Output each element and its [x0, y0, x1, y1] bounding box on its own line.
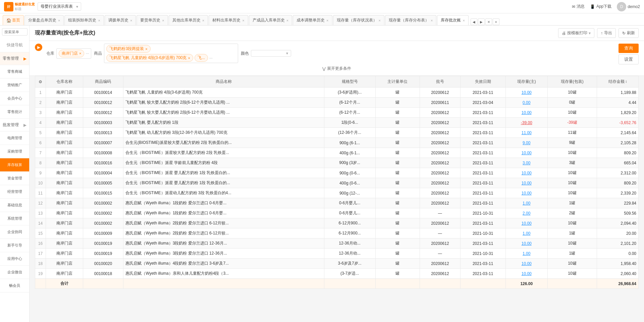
product-ellipsis[interactable]: ··· — [209, 56, 213, 60]
tab-qitachuku[interactable]: 其他出库单历史 × — [169, 15, 208, 25]
warehouse-input[interactable]: 南岸门店 × ··· — [56, 48, 91, 59]
user-area[interactable]: D demo2 — [617, 2, 640, 11]
sidebar-item-collab[interactable]: 企业协同 — [0, 225, 29, 239]
settings-icon[interactable]: ⚙ — [39, 79, 42, 84]
cell-stock-main[interactable]: 10.00 — [505, 269, 547, 279]
tab-menu-btn[interactable]: ≡ — [493, 18, 499, 25]
message-btn[interactable]: ✉ 消息 — [572, 4, 585, 9]
expand-more-btn[interactable]: ⋁ 展开更多条件 — [322, 66, 351, 71]
cell-stock-main[interactable]: -39.00 — [505, 118, 547, 128]
cell-stock-main[interactable]: 10.00 — [505, 88, 547, 98]
sidebar-item-purchase[interactable]: 采购管理 — [0, 145, 29, 158]
cell-stock-main[interactable]: 0.00 — [505, 98, 547, 108]
cell-stock-main[interactable]: 2.00 — [505, 208, 547, 218]
cell-stock-main[interactable]: 10.00 — [505, 238, 547, 249]
cell-stock-main[interactable]: 1.00 — [505, 228, 547, 238]
close-tab-diaopai[interactable]: × — [130, 18, 132, 22]
cell-batch: 20200612 — [420, 148, 460, 158]
cell-stock-main[interactable]: 10.00 — [505, 218, 547, 228]
sidebar-item-operations[interactable]: 经营管理 — [0, 185, 29, 199]
cell-stock-main[interactable]: 10.00 — [505, 188, 547, 198]
sidebar-item-wholesale[interactable]: 批发管理▶ — [0, 119, 29, 131]
app-download-btn[interactable]: 📱 App下载 — [590, 4, 611, 9]
sidebar-item-retail-stats[interactable]: 零售统计 — [0, 105, 29, 119]
color-input[interactable]: ▾ — [251, 50, 291, 57]
tab-prev-btn[interactable]: ◀ — [471, 18, 477, 25]
sidebar-item-inventory[interactable]: 库存核算 — [0, 158, 29, 172]
tab-cailiao[interactable]: 材料出库单历史 × — [209, 15, 248, 25]
sidebar-item-system[interactable]: 系统管理 — [0, 212, 29, 225]
warehouse-ellipsis[interactable]: ··· — [86, 51, 89, 56]
tab-chancheng[interactable]: 产成品入库单历史 × — [249, 15, 292, 25]
cell-stock-main[interactable]: 1.00 — [505, 198, 547, 208]
cell-stock-main[interactable]: 10.00 — [505, 178, 547, 188]
refresh-btn[interactable]: ↻ 刷新 — [619, 28, 639, 38]
tab-yaohuo[interactable]: 要货单历史 × — [137, 15, 168, 25]
close-tab-kucun-pici[interactable]: × — [463, 18, 465, 22]
cell-expire: 2021-03-11 — [460, 218, 505, 228]
tab-diaopai[interactable]: 调拨单历史 × — [105, 15, 136, 25]
close-tab-fenpan[interactable]: × — [58, 18, 60, 22]
tab-fenpan[interactable]: 分量盘点单历史 × — [24, 15, 64, 25]
sidebar-item-corp-wechat[interactable]: 企业微信 — [0, 266, 29, 279]
tab-close-all-btn[interactable]: ✕ — [485, 18, 492, 25]
tab-xiancun-kuang[interactable]: 现存量（库存状况表） × — [333, 15, 384, 25]
close-tab-xiancun-kuang[interactable]: × — [379, 18, 381, 22]
tab-home[interactable]: 🏠 首页 — [3, 15, 24, 25]
cell-stock-main[interactable]: 10.00 — [505, 108, 547, 118]
product-tag-1-remove[interactable]: × — [145, 47, 147, 51]
close-tab-chancheng[interactable]: × — [286, 18, 288, 22]
sidebar-item-app-center[interactable]: 应用中心 — [0, 252, 29, 266]
cell-stock-main[interactable]: 3.00 — [505, 158, 547, 168]
close-tab-qitachuku[interactable]: × — [202, 18, 204, 22]
tab-chengben[interactable]: 成本调整单历史 × — [293, 15, 332, 25]
cell-warehouse: 南岸门店 — [46, 138, 83, 148]
cell-stock-pkg: 10罐 — [547, 88, 597, 98]
sidebar-item-newbie[interactable]: 新手引导 — [0, 239, 29, 252]
cell-warehouse: 南岸门店 — [46, 108, 83, 118]
close-tab-xiancun-fen[interactable]: × — [431, 18, 433, 22]
sidebar-item-basics[interactable]: 基础信息 — [0, 199, 29, 212]
cell-stock-main[interactable]: 10.00 — [505, 168, 547, 178]
cell-stock-main[interactable]: 9.00 — [505, 138, 547, 148]
template-print-btn[interactable]: 🖨 按模板打印 ▾ — [558, 28, 594, 38]
sidebar-item-ecommerce[interactable]: 电商管理 — [0, 131, 29, 145]
close-tab-zuhe[interactable]: × — [98, 18, 100, 22]
tab-xiancun-fen[interactable]: 现存量（库存分布表） × — [385, 15, 436, 25]
product-tag-2-remove[interactable]: × — [188, 56, 190, 60]
filter-expand-icon[interactable]: ▶ — [35, 44, 42, 51]
search-input[interactable] — [2, 28, 28, 36]
top-bar-left: 好 畅捷通好生意 标题 母婴行业演示库表 ▾ — [4, 2, 81, 11]
tab-kucun-pici[interactable]: 库存批次账 × — [437, 15, 468, 25]
cell-stock-main[interactable]: 11.00 — [505, 128, 547, 138]
sidebar-item-finance[interactable]: 资金管理 — [0, 172, 29, 185]
setting-btn[interactable]: 设置 — [619, 54, 639, 64]
cell-stock-main[interactable]: 1.00 — [505, 249, 547, 259]
cell-spec: 400g (0-6... — [324, 178, 375, 188]
sidebar-item-retail-mall[interactable]: 零售商城 — [0, 65, 29, 78]
col-spec: 规格型号 — [324, 76, 375, 88]
sidebar-item-member[interactable]: 会员中心 — [0, 92, 29, 105]
cell-stock-main[interactable]: 10.00 — [505, 259, 547, 269]
sidebar-item-retail-mgmt[interactable]: 零售管理 ▶ — [0, 52, 29, 65]
col-settings[interactable]: ⚙ — [35, 76, 46, 88]
product-tag-2: 飞鹤星飞帆 儿童奶粉 4段(3-6岁适用) 700克 × — [106, 54, 193, 62]
close-tab-chengben[interactable]: × — [326, 18, 328, 22]
close-tab-cailiao[interactable]: × — [242, 18, 244, 22]
expand-arrow-btn[interactable]: ▶ — [35, 44, 42, 51]
table-row: 7 南岸门店 00100008 合生元（BIOSTIME）派星较大婴儿配方奶粉 … — [35, 148, 639, 158]
product-input[interactable]: 飞鹤奶粉3段两提装 × 飞鹤星飞帆 儿童奶粉 4段(3-6岁适用) 700克 ×… — [104, 44, 238, 63]
export-btn[interactable]: ↑ 导出 — [597, 28, 616, 38]
tab-zuhe[interactable]: 组装拆卸单历史 × — [64, 15, 104, 25]
sidebar-item-marketing[interactable]: 营销推广 — [0, 78, 29, 92]
cell-stock-main[interactable]: 10.00 — [505, 148, 547, 158]
sidebar-item-chang-member[interactable]: 畅会员 — [0, 279, 29, 292]
warehouse-remove[interactable]: × — [79, 51, 81, 55]
filter-area: ▶ 仓库 南岸门店 × ··· — [30, 41, 644, 76]
close-tab-yaohuo[interactable]: × — [162, 18, 164, 22]
col-unit: 主计量单位 — [375, 76, 420, 88]
industry-select[interactable]: 母婴行业演示库表 ▾ — [38, 2, 81, 11]
search-btn[interactable]: 查询 — [619, 44, 639, 53]
sidebar-item-quick-nav[interactable]: 快捷导航 — [0, 38, 29, 52]
tab-next-btn[interactable]: ▶ — [478, 18, 485, 25]
